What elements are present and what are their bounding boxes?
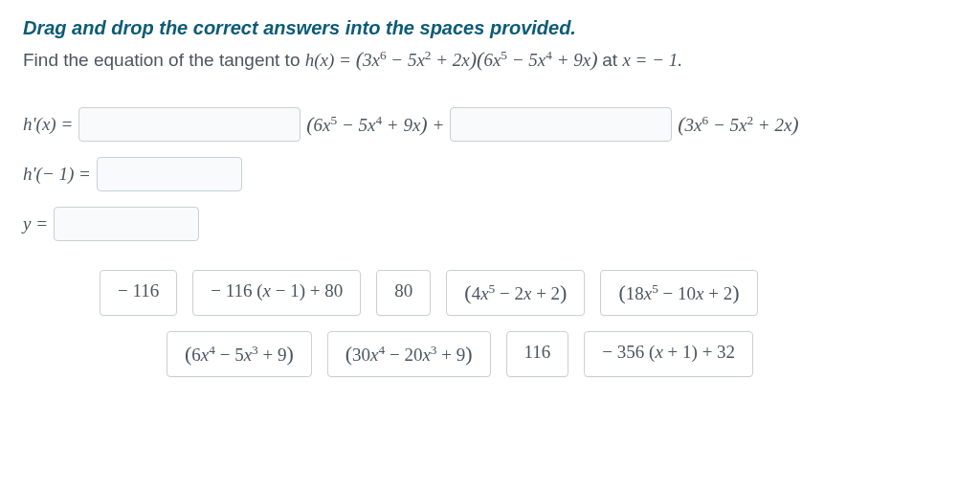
tile-neg356[interactable]: − 356 (x + 1) + 32: [584, 331, 753, 377]
hprime-line: h'(x) = (6x5 − 5x4 + 9x) + (3x6 − 5x2 + …: [23, 107, 957, 142]
tile-30x4[interactable]: (30x4 − 20x3 + 9): [327, 331, 491, 377]
tile-6x4[interactable]: (6x4 − 5x3 + 9): [167, 331, 312, 377]
y-line: y =: [23, 207, 957, 241]
dropzone-4[interactable]: [54, 207, 199, 241]
tile-4x5[interactable]: (4x5 − 2x + 2): [446, 270, 585, 316]
question-prefix: Find the equation of the tangent to: [23, 50, 305, 70]
question-at: at: [602, 50, 622, 70]
dropzone-2[interactable]: [450, 107, 672, 142]
tile-neg116xminus1plus80[interactable]: − 116 (x − 1) + 80: [192, 270, 361, 316]
hprime-m1-label: h'(− 1) =: [23, 164, 91, 185]
factor2: (3x6 − 5x2 + 2x): [678, 112, 798, 137]
tile-neg116[interactable]: − 116: [100, 270, 177, 316]
factor1: (6x5 − 5x4 + 9x) +: [306, 112, 444, 137]
hprime-at-minus1-line: h'(− 1) =: [23, 157, 957, 191]
dropzone-3[interactable]: [97, 157, 242, 191]
question-text: Find the equation of the tangent to h(x)…: [23, 43, 957, 75]
question-point: x = − 1.: [622, 50, 682, 70]
tile-18x5[interactable]: (18x5 − 10x + 2): [600, 270, 757, 316]
tile-116[interactable]: 116: [506, 331, 569, 377]
tile-80[interactable]: 80: [376, 270, 431, 316]
dropzone-1[interactable]: [78, 107, 301, 142]
y-label: y =: [23, 213, 48, 234]
hprime-label: h'(x) =: [23, 114, 73, 135]
instruction-text: Drag and drop the correct answers into t…: [23, 17, 957, 39]
question-function: h(x) = (3x6 − 5x2 + 2x)(6x5 − 5x4 + 9x): [305, 50, 603, 70]
answer-tiles-row-1: − 116 − 116 (x − 1) + 80 80 (4x5 − 2x + …: [23, 270, 957, 316]
answer-tiles-row-2: (6x4 − 5x3 + 9) (30x4 − 20x3 + 9) 116 − …: [23, 331, 957, 377]
